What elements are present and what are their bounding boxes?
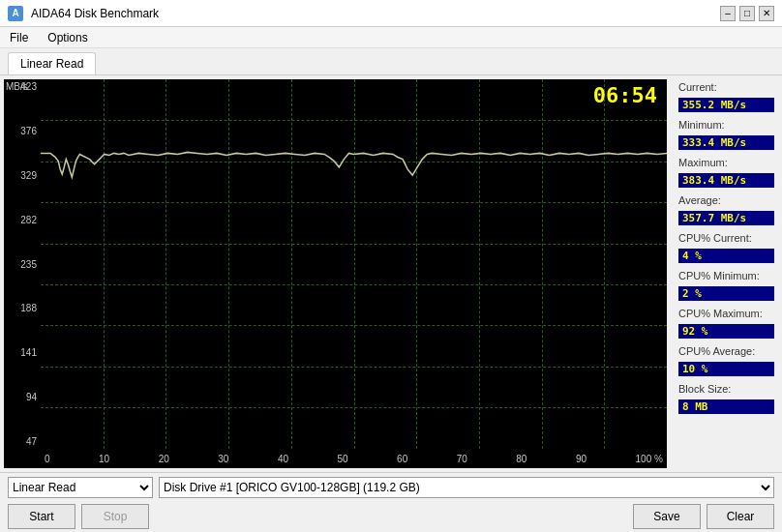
maximize-button[interactable]: □	[739, 6, 755, 21]
window-title: AIDA64 Disk Benchmark	[31, 7, 159, 20]
x-label-30: 30	[218, 454, 228, 464]
minimum-value: 333.4 MB/s	[678, 135, 774, 150]
tab-linear-read[interactable]: Linear Read	[8, 52, 96, 74]
maximum-value: 383.4 MB/s	[678, 173, 774, 188]
main-content: MB/s 423 376 329 282 235 188 141 94 47	[0, 75, 782, 472]
y-label-329: 329	[6, 170, 39, 181]
maximum-label: Maximum:	[678, 157, 774, 168]
block-size-value: 8 MB	[678, 399, 774, 414]
chart-area: MB/s 423 376 329 282 235 188 141 94 47	[4, 79, 667, 468]
average-label: Average:	[678, 194, 774, 206]
menu-options[interactable]: Options	[42, 30, 93, 45]
y-label-282: 282	[6, 215, 39, 225]
stop-button[interactable]: Stop	[81, 504, 149, 529]
block-size-label: Block Size:	[678, 383, 774, 395]
x-label-40: 40	[278, 454, 288, 464]
tab-bar: Linear Read	[0, 48, 782, 75]
cpu-average-value: 10 %	[678, 362, 774, 376]
cpu-minimum-value: 2 %	[678, 286, 774, 301]
current-label: Current:	[678, 81, 774, 93]
average-value: 357.7 MB/s	[678, 211, 774, 225]
test-type-select[interactable]: Linear Read Linear Write Random Read Ran…	[8, 477, 153, 498]
y-axis: 423 376 329 282 235 188 141 94 47	[4, 79, 41, 449]
y-label-423: 423	[6, 81, 39, 92]
close-button[interactable]: ✕	[759, 6, 774, 21]
bottom-row-buttons: Start Stop Save Clear	[8, 504, 774, 529]
timer-display: 06:54	[593, 83, 657, 107]
y-label-376: 376	[6, 126, 39, 136]
x-label-70: 70	[457, 454, 467, 464]
cpu-current-value: 4 %	[678, 249, 774, 263]
cpu-minimum-label: CPU% Minimum:	[678, 270, 774, 281]
bottom-row-controls: Linear Read Linear Write Random Read Ran…	[8, 477, 774, 498]
chart-plot	[41, 79, 667, 449]
x-label-20: 20	[159, 454, 169, 464]
y-label-141: 141	[6, 347, 39, 358]
app-icon: A	[8, 6, 23, 21]
x-label-10: 10	[99, 454, 109, 464]
menu-file[interactable]: File	[4, 30, 34, 45]
cpu-maximum-label: CPU% Maximum:	[678, 308, 774, 319]
x-label-0: 0	[45, 454, 50, 464]
x-label-90: 90	[576, 454, 586, 464]
y-label-47: 47	[6, 436, 39, 447]
cpu-average-label: CPU% Average:	[678, 345, 774, 357]
minimize-button[interactable]: –	[720, 6, 736, 21]
x-axis: 0 10 20 30 40 50 60 70 80 90 100 %	[41, 449, 667, 468]
x-label-80: 80	[516, 454, 526, 464]
bottom-bar: Linear Read Linear Write Random Read Ran…	[0, 472, 782, 532]
window-controls[interactable]: – □ ✕	[720, 6, 774, 21]
title-bar: A AIDA64 Disk Benchmark – □ ✕	[0, 0, 782, 27]
x-label-60: 60	[397, 454, 407, 464]
stats-panel: Current: 355.2 MB/s Minimum: 333.4 MB/s …	[671, 75, 782, 472]
x-label-100: 100 %	[636, 454, 663, 464]
cpu-current-label: CPU% Current:	[678, 232, 774, 244]
read-speed-line	[41, 152, 667, 177]
drive-select[interactable]: Disk Drive #1 [ORICO GV100-128GB] (119.2…	[159, 477, 774, 498]
x-label-50: 50	[337, 454, 347, 464]
save-button[interactable]: Save	[633, 504, 701, 529]
y-label-235: 235	[6, 259, 39, 270]
y-label-188: 188	[6, 303, 39, 313]
y-label-94: 94	[6, 392, 39, 402]
minimum-label: Minimum:	[678, 119, 774, 131]
cpu-maximum-value: 92 %	[678, 324, 774, 339]
start-button[interactable]: Start	[8, 504, 75, 529]
clear-button[interactable]: Clear	[707, 504, 774, 529]
current-value: 355.2 MB/s	[678, 98, 774, 112]
chart-line-svg	[41, 79, 667, 449]
menu-bar: File Options	[0, 27, 782, 48]
